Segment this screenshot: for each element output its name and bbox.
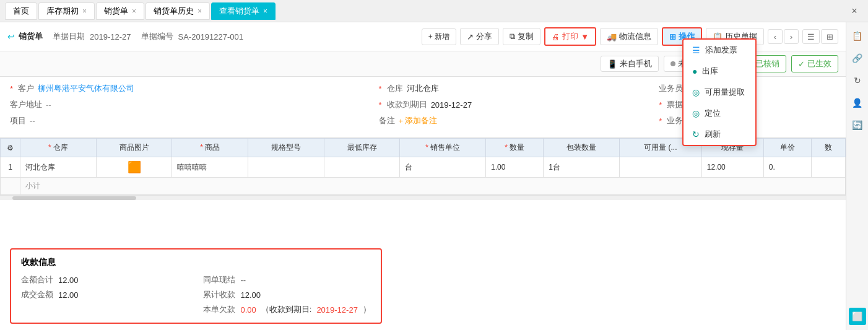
- same-settle-row: 同单现结 --: [203, 274, 370, 285]
- print-button[interactable]: 🖨 打印 ▼: [544, 27, 596, 46]
- nav-arrows: ‹ ›: [768, 29, 799, 44]
- address-value: --: [46, 100, 51, 110]
- receipt-rows: 金额合计 12.00 同单现结 -- 成交金额 12.00 累计收款 12.00: [21, 274, 371, 315]
- toolbar: + 新增 ↗ 分享 ⧉ 复制 🖨 打印 ▼ 🚚 物流信息: [422, 27, 838, 46]
- outstanding-date-value: 2019-12-27: [316, 305, 358, 315]
- from-phone-button[interactable]: 📱 来自手机: [601, 56, 659, 72]
- sidebar-link-icon[interactable]: 🔗: [849, 50, 866, 67]
- outbound-icon: ●: [692, 66, 697, 76]
- tab-sales[interactable]: 销货单 ×: [96, 2, 144, 20]
- total-receipt-row: 累计收款 12.00: [203, 289, 370, 300]
- staff-label: 业务员: [659, 83, 683, 94]
- tab-bar: 首页 库存期初 × 销货单 × 销货单历史 × 查看销货单 × ×: [0, 0, 868, 22]
- outstanding-date: （收款到期日:: [261, 304, 312, 315]
- row-warehouse: 河北仓库: [20, 157, 97, 178]
- prev-button[interactable]: ‹: [768, 29, 783, 44]
- row-pack-qty: 1台: [544, 157, 620, 178]
- sidebar-notes-icon[interactable]: 📋: [849, 27, 866, 45]
- extract-icon: ◎: [692, 87, 700, 97]
- product-header: * 商品: [172, 139, 248, 157]
- outstanding-row: 本单欠款 0.00 （收款到期日: 2019-12-27 ）: [203, 304, 370, 315]
- tab-inventory[interactable]: 库存期初 ×: [38, 2, 95, 20]
- outbound-item[interactable]: ● 出库: [684, 61, 755, 82]
- locate-item[interactable]: ◎ 定位: [684, 103, 755, 124]
- warehouse-header: * 仓库: [20, 139, 97, 157]
- logistics-button[interactable]: 🚚 物流信息: [600, 28, 658, 45]
- product-table-container: ⚙ * 仓库 商品图片 * 商品 规格型号 最低库存 * 销售单位 * 数量 包…: [0, 138, 846, 242]
- payment-label: 收款到期日: [387, 99, 427, 110]
- doc-num-label: 单据编号 SA-20191227-001: [141, 31, 244, 42]
- product-table: ⚙ * 仓库 商品图片 * 商品 规格型号 最低库存 * 销售单位 * 数量 包…: [0, 138, 846, 195]
- next-button[interactable]: ›: [784, 29, 799, 44]
- available-extract-item[interactable]: ◎ 可用量提取: [684, 82, 755, 103]
- customer-required: *: [10, 84, 13, 93]
- row-num: 1: [1, 157, 20, 178]
- horizontal-scrollbar[interactable]: [0, 195, 846, 200]
- copy-button[interactable]: ⧉ 复制: [503, 28, 540, 45]
- add-invoice-label: 添加发票: [705, 45, 737, 56]
- empty-row: [21, 304, 188, 315]
- total-amount-label: 金额合计: [21, 274, 53, 285]
- invoice-icon: ☰: [692, 45, 700, 55]
- sidebar-swap-icon[interactable]: 🔄: [849, 116, 866, 134]
- deal-amount-value: 12.00: [58, 290, 79, 300]
- sidebar-expand-icon[interactable]: ⬜: [849, 308, 866, 325]
- image-header: 商品图片: [96, 139, 172, 157]
- table-row: 1 河北仓库 🟧 嘻嘻嘻嘻 台 1.00 1台 12.00 0.: [1, 157, 846, 178]
- effective-check-icon: ✓: [798, 59, 805, 69]
- doc-title: 销货单: [19, 31, 43, 42]
- plus-icon: +: [399, 116, 404, 126]
- row-image: 🟧: [96, 157, 172, 178]
- address-field: 客户地址 --: [10, 99, 364, 110]
- sidebar-user-icon[interactable]: 👤: [849, 94, 866, 111]
- logistics-icon: 🚚: [607, 32, 617, 41]
- tab-sales-history-close[interactable]: ×: [197, 7, 202, 15]
- print-icon: 🖨: [552, 32, 560, 41]
- tab-sales-history[interactable]: 销货单历史 ×: [145, 2, 210, 20]
- customer-field: * 客户 柳州粤港平安气体有限公司: [10, 83, 364, 94]
- row-unit: 台: [400, 157, 486, 178]
- refresh-item[interactable]: ↻ 刷新: [684, 124, 755, 145]
- list-view-button[interactable]: ☰: [802, 29, 820, 44]
- tab-inventory-label: 库存期初: [46, 6, 79, 17]
- pack-qty-header: 包装数量: [544, 139, 620, 157]
- row-num-val: [812, 157, 846, 178]
- available-extract-label: 可用量提取: [705, 87, 745, 98]
- add-note-button[interactable]: + 添加备注: [399, 115, 438, 126]
- customer-value[interactable]: 柳州粤港平安气体有限公司: [38, 83, 134, 94]
- same-settle-label: 同单现结: [203, 274, 235, 285]
- tab-home[interactable]: 首页: [5, 2, 37, 20]
- total-amount-value: 12.00: [58, 276, 79, 285]
- total-amount-row: 金额合计 12.00: [21, 274, 188, 285]
- refresh-label: 刷新: [705, 129, 721, 140]
- right-sidebar: 📋 🔗 ↻ 👤 🔄 ⬜: [846, 22, 868, 330]
- warehouse-field: * 仓库 河北仓库: [379, 83, 644, 94]
- tab-sales-close[interactable]: ×: [132, 7, 136, 15]
- grid-view-button[interactable]: ⊞: [821, 29, 838, 44]
- locate-label: 定位: [705, 108, 721, 119]
- tab-sales-label: 销货单: [104, 6, 128, 17]
- receipt-info: 收款信息 金额合计 12.00 同单现结 -- 成交金额 12.00: [10, 248, 382, 324]
- outbound-label: 出库: [702, 66, 718, 77]
- num-header: 数: [812, 139, 846, 157]
- scroll-thumb[interactable]: [12, 196, 136, 200]
- ticket-status-dot: [671, 61, 675, 66]
- settings-header[interactable]: ⚙: [1, 139, 20, 157]
- phone-icon: 📱: [607, 59, 617, 69]
- warehouse-value: 河北仓库: [407, 83, 439, 94]
- sales-staff-required: *: [659, 116, 662, 126]
- share-button[interactable]: ↗ 分享: [460, 28, 499, 45]
- add-invoice-item[interactable]: ☰ 添加发票: [684, 40, 755, 61]
- tab-view-sales-close[interactable]: ×: [263, 7, 267, 15]
- view-toggle: ☰ ⊞: [802, 29, 838, 44]
- window-close-button[interactable]: ×: [846, 2, 863, 20]
- tab-inventory-close[interactable]: ×: [82, 7, 87, 15]
- same-settle-value: --: [240, 276, 246, 285]
- sidebar-refresh-icon[interactable]: ↻: [849, 72, 866, 89]
- tab-view-sales-label: 查看销货单: [219, 6, 259, 17]
- new-button[interactable]: + 新增: [422, 28, 456, 45]
- deal-amount-label: 成交金额: [21, 289, 53, 300]
- spec-header: 规格型号: [248, 139, 324, 157]
- tab-view-sales[interactable]: 查看销货单 ×: [211, 2, 276, 20]
- effective-button[interactable]: ✓ 已生效: [791, 55, 838, 72]
